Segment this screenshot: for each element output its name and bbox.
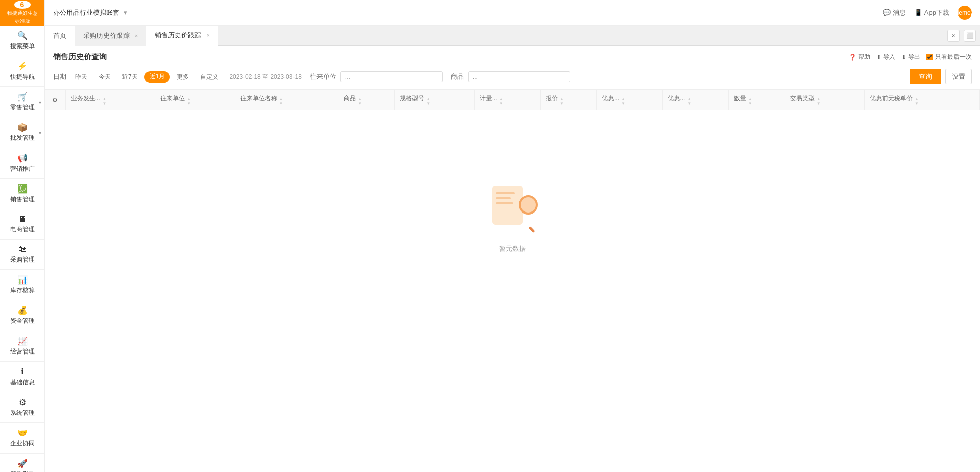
col-discount1[interactable]: 优惠...▲▼ [596,90,662,110]
date-option-更多[interactable]: 更多 [172,71,193,83]
user-name: demo2 [955,9,974,16]
col-partner_name[interactable]: 往来单位名称▲▼ [235,90,338,110]
tab-close-sales-history[interactable]: × [206,32,209,38]
sort-icon-biz_date: ▲▼ [103,97,107,106]
query-button[interactable]: 查询 [910,69,941,84]
purchase-mgmt-icon: 🛍 [18,245,27,254]
col-price[interactable]: 报价▲▼ [541,90,597,110]
tabbar: 首页采购历史价跟踪×销售历史价跟踪× × ⬜ [45,26,980,46]
enterprise-collab-icon: 🤝 [17,428,28,438]
quick-nav-icon: ⚡ [17,61,28,71]
sidebar-item-business-mgmt[interactable]: 📈经营管理 [0,331,44,362]
goods-placeholder: ... [473,73,478,80]
sidebar-item-marketing[interactable]: 📢营销推广 [0,148,44,179]
new-guide-icon: 🚀 [17,459,28,468]
sidebar-item-search-order[interactable]: 🔍搜索菜单 [0,26,44,56]
partner-placeholder: ... [345,73,350,80]
col-goods[interactable]: 商品▲▼ [338,90,395,110]
sidebar-item-finance-mgmt[interactable]: 💰资金管理 [0,300,44,331]
marketing-label: 营销推广 [10,164,35,173]
sort-icon-unit: ▲▼ [499,97,503,106]
sidebar-item-enterprise-collab[interactable]: 🤝企业协同 [0,423,44,454]
date-option-近1月[interactable]: 近1月 [144,71,170,83]
logo-abbr: 6 [20,1,24,9]
retail-mgmt-label: 零售管理 [10,103,35,112]
sidebar-item-retail-mgmt[interactable]: 🛒零售管理 [0,87,44,117]
system-mgmt-label: 系统管理 [10,409,35,417]
sidebar-item-basic-info[interactable]: ℹ基础信息 [0,362,44,392]
magnifier-circle [519,195,538,215]
col-qty[interactable]: 数量▲▼ [728,90,785,110]
tab-close-purchase-history[interactable]: × [135,33,138,39]
date-filter-label: 日期 [53,72,66,81]
settings-button[interactable]: 设置 [945,69,972,84]
sort-icon-discount1: ▲▼ [621,97,625,106]
sidebar-item-quick-nav[interactable]: ⚡快捷导航 [0,56,44,87]
export-icon: ⬇ [901,54,906,61]
tab-label-home: 首页 [53,31,66,40]
empty-state: 暂元数据 [50,114,975,319]
date-option-自定义[interactable]: 自定义 [195,71,223,83]
date-option-今天[interactable]: 今天 [94,71,115,83]
message-icon: 💬 [883,9,891,16]
sales-mgmt-icon: 💹 [17,184,28,194]
main-area: 办公用品行业模拟账套 ▾ 💬 消息 📱 App下载 demo2 首页采购历史价跟… [45,0,980,472]
only-last-checkbox[interactable] [926,54,933,60]
col-pretax_price[interactable]: 优惠前无税单价▲▼ [865,90,980,110]
message-action[interactable]: 💬 消息 [883,8,906,17]
sidebar-item-new-guide[interactable]: 🚀新手引导 [0,454,44,472]
basic-info-label: 基础信息 [10,378,35,387]
logo-icon: 6 [14,1,31,9]
tab-purchase-history[interactable]: 采购历史价跟踪× [75,26,146,46]
user-avatar[interactable]: demo2 [958,6,972,20]
date-option-昨天[interactable]: 昨天 [70,71,92,83]
col-settings: ⚙ [45,90,65,110]
new-guide-label: 新手引导 [10,470,35,472]
col-spec[interactable]: 规格型号▲▼ [395,90,474,110]
tabbar-actions: × ⬜ [943,30,980,42]
col-unit[interactable]: 计量...▲▼ [474,90,540,110]
col-biz_date[interactable]: 业务发生...▲▼ [65,90,155,110]
tab-close-all-button[interactable]: × [947,30,960,42]
purchase-mgmt-label: 采购管理 [10,255,35,264]
sidebar-item-wholesale-mgmt[interactable]: 📦批发管理 [0,117,44,148]
only-last-checkbox-item[interactable]: 只看最后一次 [926,53,972,61]
workspace-name: 办公用品行业模拟账套 [53,8,119,17]
sort-icon-pretax_price: ▲▼ [915,97,919,106]
content-area: 销售历史价查询 ❓ 帮助 ⬆ 导入 ⬇ 导出 只看最后一次 [45,46,980,472]
table-body: 暂元数据 [45,110,980,323]
tab-home[interactable]: 首页 [45,26,75,46]
inventory-icon: 📊 [17,275,28,285]
sidebar-item-ecomm-mgmt[interactable]: 🖥电商管理 [0,209,44,240]
help-action[interactable]: ❓ 帮助 [849,53,870,61]
sidebar-item-inventory[interactable]: 📊库存核算 [0,270,44,300]
app-download-action[interactable]: 📱 App下载 [914,8,949,17]
filter-bar: 日期 昨天今天近7天近1月更多自定义 2023-02-18 至 2023-03-… [45,64,980,90]
goods-input[interactable]: ... [468,71,570,82]
import-action[interactable]: ⬆ 导入 [876,53,895,61]
logo-text: 畅捷通好生意 [7,10,38,17]
sidebar-item-sales-mgmt[interactable]: 💹销售管理 [0,179,44,209]
export-label: 导出 [908,53,920,61]
sidebar: 6 畅捷通好生意 标准版 🔍搜索菜单⚡快捷导航🛒零售管理📦批发管理📢营销推广💹销… [0,0,45,472]
business-mgmt-label: 经营管理 [10,347,35,356]
tab-label-sales-history: 销售历史价跟踪 [155,31,201,40]
date-option-近7天[interactable]: 近7天 [117,71,142,83]
tab-maximize-button[interactable]: ⬜ [964,30,976,42]
sidebar-item-purchase-mgmt[interactable]: 🛍采购管理 [0,240,44,270]
col-discount2[interactable]: 优惠...▲▼ [663,90,728,110]
tab-sales-history[interactable]: 销售历史价跟踪× [146,26,218,46]
col-partner_code[interactable]: 往来单位▲▼ [155,90,235,110]
finance-mgmt-icon: 💰 [17,305,28,315]
sort-icon-spec: ▲▼ [426,97,430,106]
export-action[interactable]: ⬇ 导出 [901,53,920,61]
empty-illustration [484,180,541,236]
help-label: 帮助 [858,53,870,61]
sort-icon-discount2: ▲▼ [687,97,691,106]
partner-input[interactable]: ... [340,71,443,82]
dropdown-icon[interactable]: ▾ [124,9,127,16]
search-order-icon: 🔍 [17,31,28,40]
col-trade_type[interactable]: 交易类型▲▼ [785,90,864,110]
sidebar-item-system-mgmt[interactable]: ⚙系统管理 [0,392,44,423]
date-range: 2023-02-18 至 2023-03-18 [229,73,301,81]
